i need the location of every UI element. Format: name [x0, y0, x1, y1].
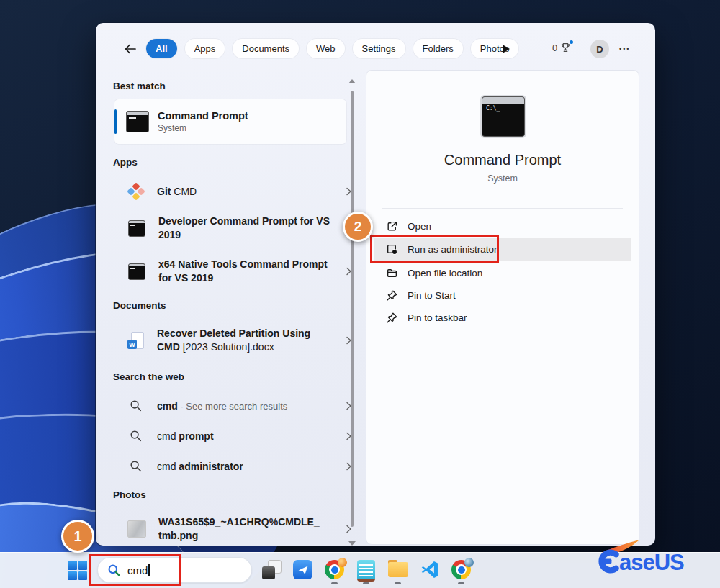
result-title-rest: CMD: [171, 186, 197, 197]
result-developer-command-prompt[interactable]: Developer Command Prompt for VS 2019: [114, 209, 346, 248]
taskbar-app-chrome-profile2[interactable]: [451, 560, 472, 580]
back-arrow-icon[interactable]: [122, 40, 139, 58]
action-open-file-location[interactable]: Open file location: [374, 262, 631, 284]
scrollbar-up-arrow[interactable]: [348, 79, 356, 83]
result-web-cmd-administrator[interactable]: cmd administrator: [114, 453, 346, 479]
running-indicator: [458, 582, 464, 584]
taskbar-app-chrome-profile1[interactable]: [325, 560, 345, 580]
easeus-c-mark: [598, 549, 619, 574]
pin-icon: [386, 289, 398, 302]
search-icon: [130, 430, 143, 443]
tab-apps[interactable]: Apps: [185, 39, 225, 58]
query-text: prompt: [179, 430, 213, 442]
action-label: Open: [408, 221, 431, 232]
windows-search-flyout: All Apps Documents Web Settings Folders …: [96, 23, 655, 546]
command-prompt-icon: [126, 111, 149, 132]
tab-settings[interactable]: Settings: [353, 39, 405, 58]
result-title: tmb.png: [158, 529, 331, 543]
tab-all[interactable]: All: [146, 39, 177, 58]
more-tabs-arrow-icon[interactable]: [503, 45, 510, 53]
open-external-icon: [386, 220, 398, 232]
tab-documents[interactable]: Documents: [233, 39, 299, 58]
query-hint: - See more search results: [178, 401, 287, 412]
taskbar-app-vscode[interactable]: [420, 560, 441, 580]
section-header-documents: Documents: [113, 300, 166, 311]
taskbar-app-mail-icon[interactable]: [293, 560, 312, 579]
result-title: x64 Native Tools Command Prompt for VS 2…: [158, 258, 331, 285]
taskbar-app-notepad[interactable]: [357, 560, 377, 580]
profile-badge: [464, 558, 474, 567]
action-label: Open file location: [408, 268, 482, 279]
notification-dot: [570, 40, 573, 44]
preview-app-type: System: [366, 173, 639, 184]
easeus-logo: aseUS: [596, 540, 715, 584]
command-prompt-icon-large: C:\_: [482, 96, 525, 137]
result-photo-png[interactable]: WA31S65$9_~A1CHRQ%CMDLE_ tmb.png: [114, 510, 346, 548]
search-icon: [130, 460, 143, 473]
running-indicator: [331, 582, 338, 584]
result-web-cmd[interactable]: cmd - See more search results: [114, 393, 346, 419]
action-label: Pin to Start: [408, 290, 456, 301]
scrollbar-down-arrow[interactable]: [348, 541, 356, 546]
annotation-box-search-field: [89, 554, 181, 586]
start-button[interactable]: [68, 561, 87, 580]
rewards-count: 0: [552, 42, 557, 53]
annotation-step-1: 1: [61, 520, 94, 553]
preview-panel: C:\_ Command Prompt System Open Run as a…: [366, 70, 639, 545]
pin-icon: [386, 312, 398, 324]
taskbar-app-file-explorer[interactable]: [388, 560, 408, 580]
git-icon: [127, 182, 145, 200]
annotation-box-run-as-administrator: [370, 235, 499, 263]
rewards-indicator[interactable]: 0: [552, 42, 572, 54]
command-prompt-icon: [128, 220, 145, 237]
tab-folders[interactable]: Folders: [413, 39, 463, 58]
running-indicator: [395, 582, 401, 584]
search-filter-tabs: All Apps Documents Web Settings Folders …: [146, 39, 518, 58]
desktop: All Apps Documents Web Settings Folders …: [0, 0, 720, 588]
section-header-search-the-web: Search the web: [113, 371, 184, 382]
action-label: Pin to taskbar: [408, 312, 467, 323]
tab-photos[interactable]: Photos: [471, 39, 518, 58]
result-best-match-command-prompt[interactable]: Command Prompt System: [114, 99, 346, 144]
result-title-rest: [2023 Solution].docx: [180, 341, 274, 353]
tab-web[interactable]: Web: [307, 39, 345, 58]
selection-accent-bar: [114, 109, 117, 134]
photo-thumbnail: [127, 520, 146, 538]
section-header-best-match: Best match: [113, 81, 166, 91]
result-title: Git: [157, 186, 171, 197]
search-icon: [130, 399, 143, 412]
result-subtitle: System: [158, 123, 248, 133]
query-text: administrator: [179, 461, 243, 472]
section-header-apps: Apps: [113, 157, 138, 168]
running-indicator: [363, 582, 369, 584]
divider: [382, 208, 623, 209]
annotation-step-2: 2: [343, 212, 373, 242]
profile-badge: [338, 558, 347, 567]
result-x64-native-tools[interactable]: x64 Native Tools Command Prompt for VS 2…: [114, 252, 346, 291]
word-document-icon: W: [127, 332, 145, 349]
scrollbar-thumb[interactable]: [351, 91, 354, 527]
result-web-cmd-prompt[interactable]: cmd prompt: [114, 423, 346, 449]
more-options-icon[interactable]: •••: [619, 40, 630, 58]
action-pin-to-taskbar[interactable]: Pin to taskbar: [374, 307, 631, 329]
result-title: WA31S65$9_~A1CHRQ%CMDLE_: [158, 515, 331, 529]
preview-app-name: Command Prompt: [366, 152, 639, 168]
query-text: cmd: [157, 400, 178, 412]
result-recover-docx[interactable]: W Recover Deleted Partition Using CMD [2…: [114, 320, 346, 361]
section-header-photos: Photos: [113, 489, 146, 500]
result-title: Command Prompt: [158, 110, 248, 122]
result-git-cmd[interactable]: Git CMD: [114, 178, 346, 204]
task-view-button[interactable]: [261, 560, 282, 580]
easeus-wordmark: aseUS: [619, 550, 684, 576]
folder-icon: [386, 267, 398, 279]
user-avatar[interactable]: D: [590, 40, 609, 58]
command-prompt-icon: [128, 263, 145, 280]
results-scrollbar[interactable]: [350, 78, 354, 547]
result-title: Developer Command Prompt for VS 2019: [158, 214, 331, 242]
action-pin-to-start[interactable]: Pin to Start: [374, 284, 631, 307]
